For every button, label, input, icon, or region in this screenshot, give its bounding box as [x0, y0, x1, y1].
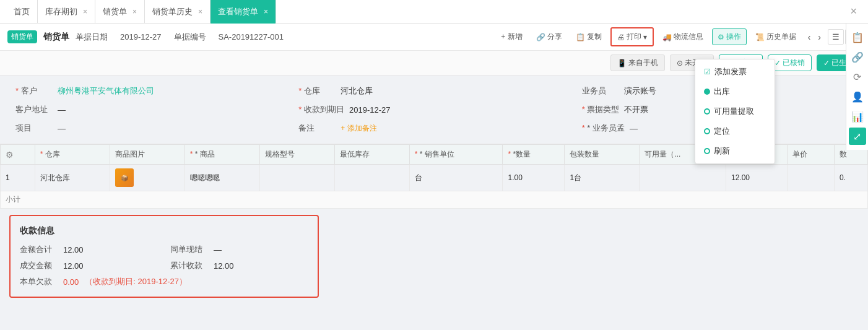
warehouse-label: 仓库	[298, 85, 336, 97]
owed-inner-row: 本单欠款 0.00 （收款到期日: 2019-12-27）	[20, 276, 308, 287]
history-icon: 📜	[755, 33, 765, 41]
list-view-button[interactable]: ☰	[828, 29, 844, 45]
close-tab-view[interactable]: ×	[264, 7, 268, 16]
owed-label: 本单欠款	[20, 276, 57, 287]
total-amount-row: 金额合计 12.00	[20, 244, 158, 255]
deal-amount-label: 成交金额	[20, 260, 57, 271]
close-tab-history[interactable]: ×	[198, 7, 202, 16]
print-button[interactable]: 🖨 打印 ▾	[612, 29, 652, 45]
date-label: 单据日期	[76, 32, 108, 43]
next-arrow[interactable]: ›	[815, 30, 824, 45]
tab-home[interactable]: 首页	[6, 0, 38, 24]
window-close-button[interactable]: ×	[845, 5, 862, 17]
row-available	[640, 165, 726, 191]
tab-sales-order[interactable]: 销货单 ×	[95, 0, 145, 24]
same-order-settle-row: 同单现结 —	[170, 244, 308, 255]
radio-empty-icon-2	[704, 128, 710, 134]
payment-section: 收款信息 金额合计 12.00 同单现结 — 成交金额 12.00 累计收款 1…	[9, 215, 319, 298]
logistics-button[interactable]: 🚚 物流信息	[658, 29, 708, 45]
close-tab-sales[interactable]: ×	[132, 7, 137, 16]
copy-icon: 📋	[576, 33, 585, 41]
total-amount-value: 12.00	[63, 245, 84, 254]
warehouse-row: 仓库 河北仓库	[292, 82, 575, 100]
customer-value[interactable]: 柳州粤港平安气体有限公司	[58, 85, 154, 97]
dropdown-outbound[interactable]: 出库	[695, 82, 775, 102]
col-unit: * 销售单位	[409, 145, 503, 165]
dropdown-refresh[interactable]: 刷新	[695, 141, 775, 161]
project-value: —	[58, 124, 66, 133]
tab-sales-history[interactable]: 销货单历史 ×	[145, 0, 210, 24]
col-price: 单价	[787, 145, 834, 165]
note-label: 备注	[298, 123, 336, 134]
col-product-img: 商品图片	[110, 145, 184, 165]
payment-date-value: 2019-12-27	[349, 105, 391, 115]
payment-title: 收款信息	[20, 225, 308, 237]
payment-date-row: 收款到期日 2019-12-27	[292, 100, 575, 119]
circle-icon: ⊙	[677, 59, 683, 67]
check-icon: ☑	[704, 67, 711, 76]
project-row: 项目 —	[9, 119, 292, 137]
same-order-settle-value: —	[214, 245, 222, 254]
phone-icon: 📱	[617, 59, 627, 67]
copy-button[interactable]: 📋 复制	[571, 29, 607, 45]
product-image: 📦	[115, 168, 134, 187]
row-other: 0.	[834, 165, 867, 191]
share-button[interactable]: 🔗 分享	[531, 29, 567, 45]
print-highlight-box: 🖨 打印 ▾	[610, 27, 654, 46]
customer-addr-row: 客户地址 —	[9, 100, 292, 119]
row-quantity: 1.00	[503, 165, 565, 191]
row-spec	[259, 165, 334, 191]
settings-icon: ⚙	[6, 150, 14, 160]
number-value: SA-20191227-001	[219, 32, 284, 41]
doc-icon: 销货单	[7, 30, 37, 43]
add-note-button[interactable]: + 添加备注	[341, 123, 376, 134]
total-amount-label: 金额合计	[20, 244, 57, 255]
col-quantity: *数量	[503, 145, 565, 165]
subtotal-label: 小计	[1, 191, 868, 209]
history-button[interactable]: 📜 历史单据	[750, 29, 801, 45]
sidebar-icon-5[interactable]: 📊	[849, 108, 866, 125]
sidebar-icon-3[interactable]: ⟳	[849, 68, 866, 85]
radio-empty-icon-3	[704, 148, 710, 154]
close-tab-inventory[interactable]: ×	[83, 7, 87, 16]
sidebar-icon-1[interactable]: 📋	[849, 28, 866, 46]
operations-icon: ⚙	[718, 33, 724, 41]
dropdown-locate[interactable]: 定位	[695, 121, 775, 141]
new-button[interactable]: + 新增	[496, 29, 527, 45]
operations-button[interactable]: ⚙ 操作	[712, 28, 747, 45]
payment-grid: 金额合计 12.00 同单现结 — 成交金额 12.00 累计收款 12.00 …	[20, 244, 308, 287]
tab-inventory-init[interactable]: 库存期初 ×	[38, 0, 95, 24]
from-phone-button[interactable]: 📱 来自手机	[610, 54, 665, 71]
col-product: * 商品	[184, 145, 259, 165]
cumulative-receipt-label: 累计收款	[170, 260, 207, 271]
nav-arrows: ‹ ›	[805, 30, 824, 45]
logistics-icon: 🚚	[662, 33, 672, 41]
col-pack-qty: 包装数量	[565, 145, 640, 165]
print-dropdown-arrow: ▾	[643, 33, 647, 41]
prev-arrow[interactable]: ‹	[805, 30, 814, 45]
share-icon: 🔗	[536, 33, 545, 41]
payment-date-label: 收款到期日	[298, 104, 344, 115]
sidebar-icon-expand[interactable]: ⤢	[849, 128, 866, 145]
sidebar-icon-4[interactable]: 👤	[849, 88, 866, 105]
row-pack-qty: 1台	[565, 165, 640, 191]
customer-label: 客户	[15, 85, 53, 97]
col-settings[interactable]: ⚙	[1, 145, 35, 165]
tab-view-sales[interactable]: 查看销货单 ×	[210, 0, 276, 24]
number-label: 单据编号	[174, 32, 206, 43]
cumulative-receipt-row: 累计收款 12.00	[170, 260, 308, 271]
project-label: 项目	[15, 123, 53, 134]
row-unit: 台	[409, 165, 503, 191]
subtotal-row: 小计	[1, 191, 868, 209]
dropdown-add-invoice[interactable]: ☑ 添加发票	[695, 62, 775, 82]
note-row: 备注 + 添加备注	[292, 119, 575, 137]
sidebar-icon-2[interactable]: 🔗	[849, 48, 866, 66]
tab-bar: 首页 库存期初 × 销货单 × 销货单历史 × 查看销货单 × ×	[0, 0, 868, 24]
row-min-stock	[334, 165, 409, 191]
customer-addr-label: 客户地址	[15, 104, 53, 115]
customer-addr-value: —	[58, 105, 66, 115]
dropdown-available-qty[interactable]: 可用量提取	[695, 102, 775, 121]
ticket-type-label: 票据类型	[582, 104, 620, 115]
row-seq: 1	[1, 165, 35, 191]
warehouse-value: 河北仓库	[341, 85, 373, 97]
